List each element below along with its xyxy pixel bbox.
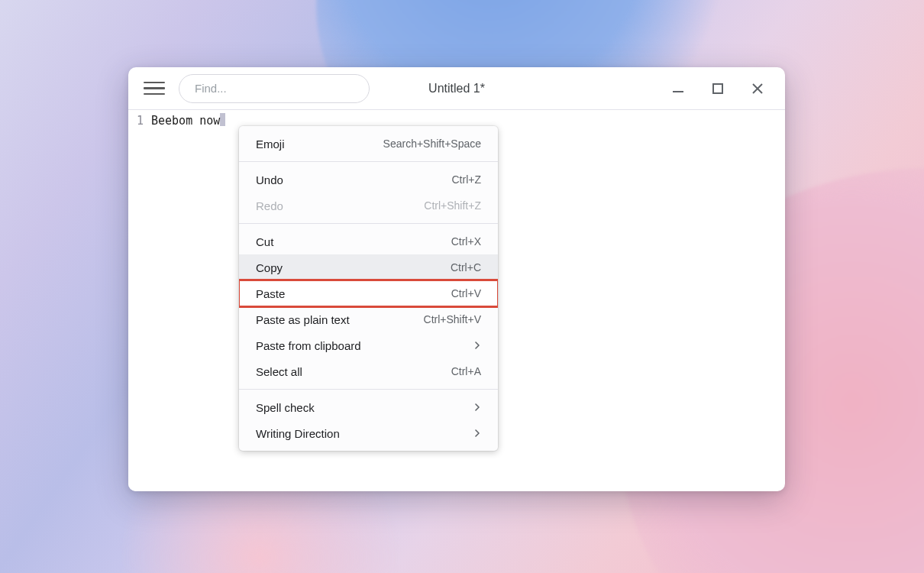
menu-item-select-all[interactable]: Select allCtrl+A — [239, 358, 498, 384]
menu-item-label: Copy — [256, 261, 283, 274]
menu-item-emoji[interactable]: EmojiSearch+Shift+Space — [239, 131, 498, 157]
chevron-right-icon — [473, 429, 481, 437]
menu-item-spell-check[interactable]: Spell check — [239, 394, 498, 420]
menu-item-shortcut: Ctrl+A — [451, 365, 481, 377]
menu-icon[interactable] — [144, 78, 165, 99]
maximize-button[interactable] — [710, 81, 725, 96]
menu-item-label: Emoji — [256, 138, 285, 151]
editor-text: Beebom now — [151, 114, 220, 128]
minimize-button[interactable] — [670, 81, 686, 96]
menu-item-paste-clipboard[interactable]: Paste from clipboard — [239, 332, 498, 358]
window-title: Untitled 1* — [428, 82, 485, 96]
menu-item-label: Writing Direction — [256, 427, 340, 440]
menu-item-label: Spell check — [256, 401, 315, 414]
svg-rect-1 — [713, 84, 722, 93]
menu-item-shortcut: Ctrl+C — [451, 261, 481, 274]
menu-item-label: Paste — [256, 287, 285, 300]
menu-item-cut[interactable]: CutCtrl+X — [239, 228, 498, 254]
menu-item-undo[interactable]: UndoCtrl+Z — [239, 167, 498, 193]
menu-item-label: Redo — [256, 199, 283, 212]
menu-item-shortcut: Ctrl+Z — [452, 173, 482, 186]
menu-item-shortcut: Ctrl+X — [451, 235, 481, 248]
menu-item-paste[interactable]: PasteCtrl+V — [239, 280, 498, 306]
menu-item-label: Cut — [256, 235, 273, 248]
close-button[interactable] — [750, 81, 765, 96]
menu-item-copy[interactable]: CopyCtrl+C — [239, 254, 498, 280]
menu-item-label: Paste as plain text — [256, 313, 350, 326]
menu-item-label: Undo — [256, 173, 283, 186]
text-cursor — [220, 113, 225, 126]
menu-item-redo: RedoCtrl+Shift+Z — [239, 193, 498, 219]
menu-item-paste-plain[interactable]: Paste as plain textCtrl+Shift+V — [239, 306, 498, 332]
line-number: 1 — [128, 113, 144, 128]
toolbar: Untitled 1* — [128, 67, 785, 109]
menu-item-shortcut: Ctrl+V — [451, 287, 481, 299]
line-number-gutter: 1 — [128, 110, 147, 491]
context-menu[interactable]: EmojiSearch+Shift+SpaceUndoCtrl+ZRedoCtr… — [239, 126, 498, 451]
chevron-right-icon — [473, 342, 481, 349]
menu-item-shortcut: Search+Shift+Space — [383, 138, 481, 150]
menu-item-shortcut: Ctrl+Shift+V — [424, 313, 481, 325]
menu-item-label: Paste from clipboard — [256, 339, 361, 352]
menu-item-shortcut: Ctrl+Shift+Z — [424, 199, 481, 212]
find-input[interactable] — [179, 74, 370, 103]
menu-item-writing-direction[interactable]: Writing Direction — [239, 420, 498, 446]
menu-item-label: Select all — [256, 365, 302, 378]
chevron-right-icon — [473, 403, 481, 411]
